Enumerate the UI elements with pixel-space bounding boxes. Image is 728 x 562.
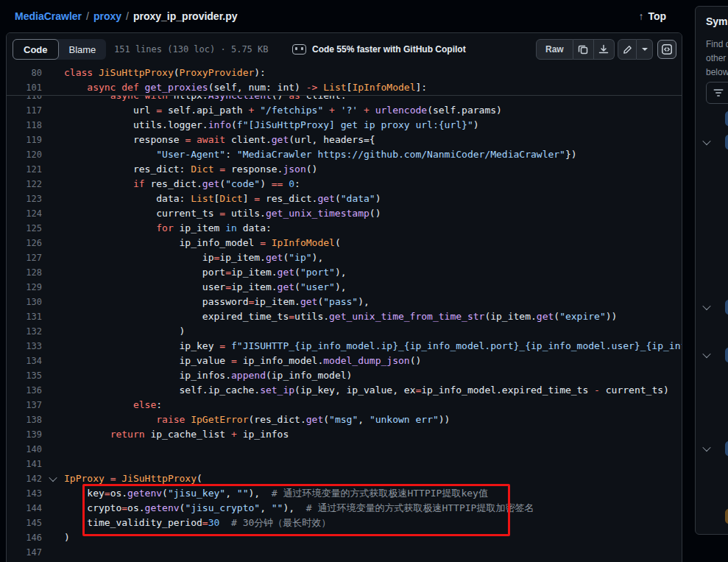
line-number-140[interactable]: 140: [7, 442, 42, 457]
symbol-kind-badge: [725, 111, 728, 126]
code-text: url = self.api_path + "/fetchips" + '?' …: [64, 103, 502, 118]
breadcrumb-repo-link[interactable]: MediaCrawler: [15, 10, 82, 22]
code-text: ip_key = f"JISUHTTP_{ip_info_model.ip}_{…: [64, 339, 682, 354]
code-text: res_dict: Dict = response.json(): [64, 162, 317, 177]
copilot-icon: [292, 44, 306, 55]
code-line-123: 123 data: List[Dict] = res_dict.get("dat…: [7, 192, 682, 206]
line-number-119[interactable]: 119: [7, 133, 42, 147]
line-number-132[interactable]: 132: [7, 324, 42, 339]
file-toolbar: Code Blame 151 lines (130 loc) · 5.75 KB…: [7, 33, 682, 66]
download-icon: [598, 44, 609, 55]
symbol-item-4[interactable]: [696, 441, 728, 456]
line-number-118[interactable]: 118: [7, 118, 42, 133]
code-text: time_validity_period=30 # 30分钟（最长时效）: [64, 516, 331, 530]
fold-gutter: [42, 309, 64, 324]
chevron-down-icon[interactable]: [702, 350, 710, 358]
line-number-122[interactable]: 122: [7, 177, 42, 192]
edit-button-group: [618, 39, 653, 60]
page-header: MediaCrawler / proxy / proxy_ip_provider…: [0, 0, 728, 32]
code-line-139: 139 return ip_cache_list + ip_infos: [7, 427, 682, 442]
code-text: data: List[Dict] = res_dict.get("data"): [64, 192, 381, 206]
code-line-122: 122 if res_dict.get("code") == 0:: [7, 177, 682, 192]
line-number-138[interactable]: 138: [7, 412, 42, 427]
symbol-item-2[interactable]: [696, 300, 728, 315]
fold-gutter: [42, 530, 64, 545]
line-number-142[interactable]: 142: [7, 471, 42, 486]
up-arrow-icon: ↑: [638, 10, 643, 22]
line-number-125[interactable]: 125: [7, 221, 42, 236]
edit-options-dropdown[interactable]: [637, 39, 653, 60]
code-text: ): [64, 530, 70, 545]
line-number-126[interactable]: 126: [7, 236, 42, 250]
download-raw-button[interactable]: [594, 39, 615, 60]
line-number-129[interactable]: 129: [7, 280, 42, 295]
line-number-146[interactable]: 146: [7, 530, 42, 545]
chevron-down-icon[interactable]: [702, 443, 710, 452]
symbol-item-5[interactable]: [696, 509, 728, 524]
raw-button[interactable]: Raw: [536, 39, 573, 60]
line-number-144[interactable]: 144: [7, 501, 42, 516]
fold-gutter: [42, 427, 64, 442]
fold-gutter: [42, 250, 64, 265]
code-line-80: 80class JiSuHttpProxy(ProxyProvider):: [7, 66, 682, 80]
code-line-145: 145 time_validity_period=30 # 30分钟（最长时效）: [7, 516, 682, 530]
line-number-120[interactable]: 120: [7, 147, 42, 162]
line-number-80[interactable]: 80: [7, 66, 42, 80]
symbol-item-3[interactable]: [696, 348, 728, 362]
code-text: crypto=os.getenv("jisu_crypto", ""), # 通…: [64, 501, 534, 516]
symbols-panel-toggle-button[interactable]: [657, 40, 676, 59]
code-text: else:: [64, 398, 162, 412]
code-line-130: 130 password=ip_item.get("pass"),: [7, 295, 682, 309]
edit-file-button[interactable]: [618, 39, 637, 60]
chevron-down-icon: [642, 48, 648, 51]
line-number-130[interactable]: 130: [7, 295, 42, 309]
line-number-131[interactable]: 131: [7, 309, 42, 324]
line-number-101[interactable]: 101: [7, 80, 42, 95]
fold-gutter: [42, 354, 64, 368]
line-number-124[interactable]: 124: [7, 206, 42, 221]
tab-code[interactable]: Code: [13, 39, 59, 60]
line-number-128[interactable]: 128: [7, 265, 42, 280]
file-view-panel: Code Blame 151 lines (130 loc) · 5.75 KB…: [6, 32, 682, 562]
symbol-kind-badge: [725, 348, 728, 362]
line-number-121[interactable]: 121: [7, 162, 42, 177]
line-number-135[interactable]: 135: [7, 368, 42, 383]
code-text: ip_infos.append(ip_info_model): [64, 368, 352, 383]
line-number-145[interactable]: 145: [7, 516, 42, 530]
code-line-129: 129 user=ip_item.get("user"),: [7, 280, 682, 295]
chevron-down-icon[interactable]: [702, 137, 710, 145]
code-text: ip_value = ip_info_model.model_dump_json…: [64, 354, 421, 368]
line-number-117[interactable]: 117: [7, 103, 42, 118]
line-number-137[interactable]: 137: [7, 398, 42, 412]
code-line-138: 138 raise IpGetError(res_dict.get("msg",…: [7, 412, 682, 427]
breadcrumb-dir-link[interactable]: proxy: [93, 10, 121, 22]
symbol-kind-badge: [725, 135, 728, 150]
line-number-141[interactable]: 141: [7, 457, 42, 471]
fold-gutter: [42, 457, 64, 471]
copy-raw-button[interactable]: [573, 39, 594, 60]
copilot-banner[interactable]: Code 55% faster with GitHub Copilot: [292, 33, 466, 66]
symbol-item-0[interactable]: [696, 111, 728, 126]
symbols-panel-description: Find definitions and references for othe…: [706, 38, 728, 80]
code-line-120: 120 "User-Agent": "MediaCrawler https://…: [7, 147, 682, 162]
line-number-134[interactable]: 134: [7, 354, 42, 368]
fold-gutter: [42, 192, 64, 206]
code-line-101: 101 async def get_proxies(self, num: int…: [7, 80, 682, 95]
back-to-top-button[interactable]: ↑ Top: [638, 0, 666, 32]
symbols-filter-input[interactable]: [706, 82, 728, 104]
line-number-143[interactable]: 143: [7, 486, 42, 501]
line-number-147[interactable]: 147: [7, 545, 42, 560]
code-text: "User-Agent": "MediaCrawler https://gith…: [64, 147, 577, 162]
line-number-139[interactable]: 139: [7, 427, 42, 442]
line-number-133[interactable]: 133: [7, 339, 42, 354]
line-number-136[interactable]: 136: [7, 383, 42, 398]
symbol-item-1[interactable]: [696, 135, 728, 150]
fold-gutter: [42, 66, 64, 80]
line-number-123[interactable]: 123: [7, 192, 42, 206]
fold-toggle-142[interactable]: [42, 471, 64, 486]
tab-blame[interactable]: Blame: [59, 39, 107, 60]
chevron-down-icon[interactable]: [702, 302, 710, 310]
fold-gutter: [42, 103, 64, 118]
fold-gutter: [42, 133, 64, 147]
line-number-127[interactable]: 127: [7, 250, 42, 265]
